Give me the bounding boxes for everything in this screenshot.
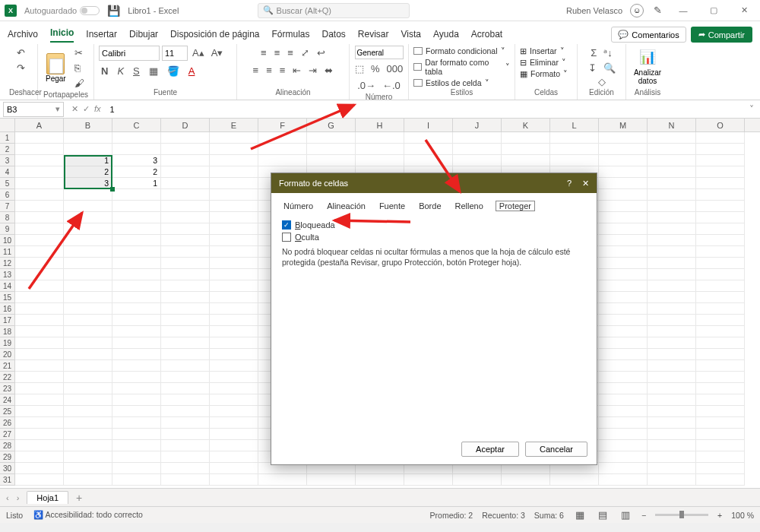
row-header-29[interactable]: 29 — [0, 451, 14, 463]
dlg-tab-alineacion[interactable]: Alineación — [325, 201, 367, 211]
col-header-D[interactable]: D — [161, 119, 210, 131]
accept-button[interactable]: Aceptar — [461, 442, 519, 457]
col-header-K[interactable]: K — [502, 119, 550, 131]
view-normal-icon[interactable]: ▦ — [573, 508, 587, 522]
row-header-11[interactable]: 11 — [0, 246, 14, 258]
delete-cells-button[interactable]: ⊟ Eliminar ˅ — [520, 57, 566, 68]
row-header-8[interactable]: 8 — [0, 212, 14, 223]
col-header-F[interactable]: F — [258, 119, 307, 131]
font-name-select[interactable] — [99, 46, 160, 61]
cell-C5[interactable]: 1 — [112, 178, 160, 189]
bold-icon[interactable]: N — [99, 64, 110, 78]
zoom-out-icon[interactable]: − — [641, 511, 646, 520]
dlg-tab-relleno[interactable]: Relleno — [454, 201, 485, 211]
font-size-select[interactable] — [162, 46, 188, 61]
clear-icon[interactable]: ◇ — [596, 74, 608, 89]
search-input[interactable]: 🔍 Buscar (Alt+Q) — [258, 3, 410, 18]
conditional-format-button[interactable]: Formato condicional ˅ — [413, 46, 505, 56]
tab-revisar[interactable]: Revisar — [358, 26, 389, 43]
save-icon[interactable]: 💾 — [107, 5, 120, 17]
align-center-icon[interactable]: ≡ — [264, 63, 274, 78]
redo-icon[interactable]: ↷ — [14, 61, 27, 75]
prev-sheet-icon[interactable]: ‹ — [6, 493, 9, 502]
orientation-icon[interactable]: ⤢ — [299, 46, 312, 60]
row-header-10[interactable]: 10 — [0, 235, 14, 246]
col-header-L[interactable]: L — [550, 119, 599, 131]
tab-datos[interactable]: Datos — [322, 26, 346, 43]
row-header-4[interactable]: 4 — [0, 166, 14, 178]
cell-styles-button[interactable]: Estilos de celda ˅ — [413, 78, 489, 88]
currency-icon[interactable]: ⬚ — [353, 62, 366, 76]
next-sheet-icon[interactable]: › — [17, 493, 20, 502]
tab-disposicion[interactable]: Disposición de página — [170, 26, 259, 43]
format-painter-icon[interactable]: 🖌 — [72, 76, 87, 90]
col-header-E[interactable]: E — [210, 119, 258, 131]
number-format-select[interactable] — [355, 46, 404, 59]
inc-decimal-icon[interactable]: .0→ — [355, 78, 378, 93]
tab-acrobat[interactable]: Acrobat — [471, 26, 502, 43]
row-header-7[interactable]: 7 — [0, 201, 14, 212]
undo-icon[interactable]: ↶ — [14, 46, 27, 60]
autosave-toggle[interactable]: Autoguardado — [24, 6, 100, 15]
col-header-O[interactable]: O — [696, 119, 745, 131]
col-header-G[interactable]: G — [307, 119, 356, 131]
row-header-14[interactable]: 14 — [0, 280, 14, 292]
sort-icon[interactable]: ᵃ↓ — [601, 46, 615, 60]
checkbox-checked-icon[interactable]: ✓ — [282, 220, 291, 230]
align-left-icon[interactable]: ≡ — [251, 63, 261, 78]
indent-dec-icon[interactable]: ⇤ — [290, 63, 303, 78]
row-header-3[interactable]: 3 — [0, 155, 14, 166]
row-header-22[interactable]: 22 — [0, 372, 14, 383]
col-header-N[interactable]: N — [648, 119, 696, 131]
dialog-close-icon[interactable]: ✕ — [582, 179, 589, 188]
row-header-18[interactable]: 18 — [0, 326, 14, 337]
border-icon[interactable]: ▦ — [147, 64, 160, 78]
comments-button[interactable]: 💬 Comentarios — [611, 27, 686, 43]
cell-C4[interactable]: 2 — [112, 166, 160, 178]
row-header-9[interactable]: 9 — [0, 223, 14, 235]
dialog-help-icon[interactable]: ? — [567, 179, 572, 188]
dlg-tab-numero[interactable]: Número — [282, 201, 315, 211]
maximize-button[interactable]: ▢ — [702, 5, 725, 15]
col-header-J[interactable]: J — [453, 119, 502, 131]
pencil-icon[interactable]: ✎ — [651, 3, 664, 17]
font-color-icon[interactable]: A — [186, 64, 198, 78]
name-box[interactable]: B3▾ — [3, 102, 64, 117]
percent-icon[interactable]: % — [369, 62, 382, 76]
locked-checkbox-row[interactable]: ✓ Bloqueada — [282, 219, 586, 231]
format-cells-button[interactable]: ▦ Formato ˅ — [520, 68, 568, 79]
zoom-in-icon[interactable]: + — [717, 511, 722, 520]
merge-icon[interactable]: ⬌ — [322, 63, 335, 78]
cancel-formula-icon[interactable]: ✕ — [71, 104, 78, 114]
dialog-titlebar[interactable]: Formato de celdas ?✕ — [271, 173, 597, 193]
autosum-icon[interactable]: Σ — [588, 46, 599, 60]
expand-formula-icon[interactable]: ˅ — [743, 104, 760, 115]
analyze-icon[interactable]: 📊 — [639, 49, 656, 65]
tab-archivo[interactable]: Archivo — [8, 26, 38, 43]
status-accessibility[interactable]: ♿ Accesibilidad: todo correcto — [33, 510, 143, 520]
increase-font-icon[interactable]: A▴ — [190, 46, 207, 61]
align-top-icon[interactable]: ≡ — [258, 46, 269, 60]
copy-icon[interactable]: ⎘ — [72, 61, 87, 75]
find-icon[interactable]: 🔍 — [601, 61, 618, 75]
user-avatar-icon[interactable]: ☺ — [630, 4, 644, 17]
row-header-17[interactable]: 17 — [0, 315, 14, 326]
italic-icon[interactable]: K — [115, 64, 126, 78]
cell-B5[interactable]: 3 — [64, 178, 111, 189]
row-header-19[interactable]: 19 — [0, 337, 14, 349]
zoom-slider[interactable] — [655, 514, 708, 516]
sheet-tab-hoja1[interactable]: Hoja1 — [27, 491, 68, 504]
view-break-icon[interactable]: ▥ — [619, 508, 632, 522]
fill-color-icon[interactable]: 🪣 — [165, 64, 182, 78]
row-header-6[interactable]: 6 — [0, 189, 14, 201]
checkbox-icon[interactable] — [282, 233, 291, 242]
cancel-button[interactable]: Cancelar — [525, 442, 587, 457]
view-page-icon[interactable]: ▤ — [596, 508, 610, 522]
row-header-21[interactable]: 21 — [0, 360, 14, 372]
row-header-27[interactable]: 27 — [0, 429, 14, 440]
cell-C3[interactable]: 3 — [112, 155, 160, 166]
select-all-corner[interactable] — [0, 119, 15, 132]
col-header-C[interactable]: C — [112, 119, 161, 131]
formula-input[interactable]: 1 — [106, 105, 743, 114]
align-right-icon[interactable]: ≡ — [277, 63, 288, 78]
